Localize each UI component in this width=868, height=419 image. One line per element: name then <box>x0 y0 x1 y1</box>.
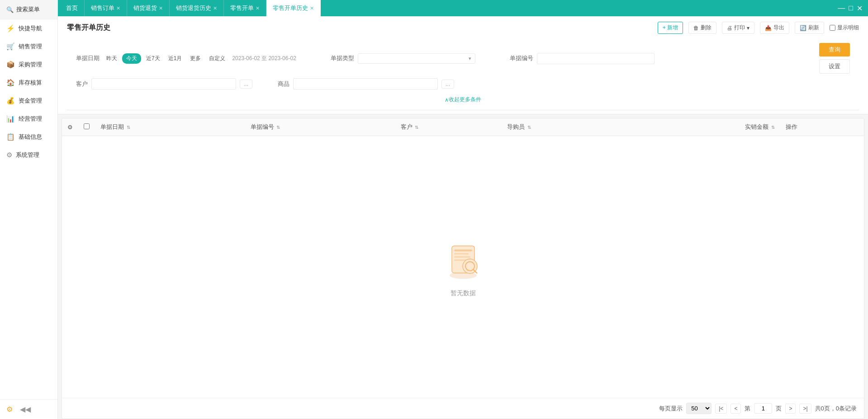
tab-sales-return-history-label: 销货退货历史 <box>176 4 211 12</box>
sidebar-item-operations[interactable]: 📊 经营管理 <box>0 110 57 128</box>
customer-ellipsis[interactable]: ... <box>240 80 252 89</box>
sidebar-item-purchase-mgmt[interactable]: 📦 采购管理 <box>0 56 57 74</box>
tab-retail-open[interactable]: 零售开单 ✕ <box>224 0 266 16</box>
goods-ellipsis[interactable]: ... <box>441 80 454 89</box>
page-input[interactable] <box>754 403 772 414</box>
print-button[interactable]: 🖨 打印 ▾ <box>722 22 754 34</box>
page-last-btn[interactable]: >| <box>799 404 811 414</box>
date-shortcuts: 昨天 今天 近7天 近1月 更多 自定义 2023-06-02 至 2023-0… <box>103 53 296 64</box>
date-today[interactable]: 今天 <box>122 53 141 64</box>
finance-icon: 💰 <box>6 97 15 105</box>
sidebar-item-inventory[interactable]: 🏠 库存核算 <box>0 74 57 92</box>
tab-sales-return[interactable]: 销货退货 ✕ <box>127 0 170 16</box>
filter-settings-button[interactable]: 设置 <box>819 59 850 74</box>
date-custom[interactable]: 自定义 <box>206 53 228 64</box>
tab-retail-history[interactable]: 零售开单历史 ✕ <box>266 0 321 16</box>
filter-row-1: 单据日期 昨天 今天 近7天 近1月 更多 自定义 2023-06-02 至 2… <box>76 43 850 74</box>
print-icon: 🖨 <box>727 25 732 31</box>
delete-button[interactable]: 🗑 删除 <box>688 22 716 34</box>
customer-sort-icon[interactable]: ⇅ <box>415 125 418 130</box>
date-more[interactable]: 更多 <box>187 53 204 64</box>
sidebar-finance-label: 资金管理 <box>19 97 42 105</box>
collapse-conditions[interactable]: ∧ 收起更多条件 <box>76 94 850 105</box>
settings-gear-icon[interactable]: ⚙ <box>6 405 13 414</box>
window-maximize-icon[interactable]: □ <box>849 4 853 12</box>
sidebar-item-quicknav[interactable]: ⚡ 快捷导航 <box>0 19 57 38</box>
tab-sales-return-history-close[interactable]: ✕ <box>213 5 217 11</box>
col-amount: 实销金额 ⇅ <box>630 118 780 136</box>
window-close-icon[interactable]: ✕ <box>857 4 863 13</box>
tab-sales-return-history[interactable]: 销货退货历史 ✕ <box>170 0 224 16</box>
page-suffix: 页 <box>776 405 782 413</box>
sidebar-purchase-label: 采购管理 <box>19 61 42 69</box>
operations-icon: 📊 <box>6 115 15 123</box>
date-last7[interactable]: 近7天 <box>143 53 163 64</box>
filter-area: 单据日期 昨天 今天 近7天 近1月 更多 自定义 2023-06-02 至 2… <box>67 38 859 110</box>
tab-sales-order-close[interactable]: ✕ <box>116 5 120 11</box>
doc-type-dropdown-icon: ▾ <box>469 56 471 61</box>
doc-type-select[interactable]: ▾ <box>358 53 475 64</box>
refresh-button[interactable]: 🔄 刷新 <box>795 22 824 34</box>
delete-icon: 🗑 <box>693 25 699 31</box>
amount-sort-icon[interactable]: ⇅ <box>771 125 775 130</box>
tab-sales-order[interactable]: 销售订单 ✕ <box>85 0 127 16</box>
svg-rect-3 <box>454 253 469 254</box>
sidebar-item-sales-mgmt[interactable]: 🛒 销售管理 <box>0 38 57 56</box>
sidebar-search[interactable]: 🔍 搜索菜单 <box>0 0 57 19</box>
display-detail-checkbox[interactable] <box>830 25 835 31</box>
sidebar-item-sys-mgmt[interactable]: ⚙ 系统管理 <box>0 146 57 164</box>
main-content: 首页 销售订单 ✕ 销货退货 ✕ 销货退货历史 ✕ 零售开单 ✕ 零售开单历史 … <box>58 0 868 419</box>
export-button[interactable]: 📤 导出 <box>760 22 789 34</box>
empty-icon <box>441 237 486 282</box>
sidebar-item-basic-info[interactable]: 📋 基础信息 <box>0 128 57 146</box>
date-last-month[interactable]: 近1月 <box>165 53 185 64</box>
customer-input[interactable] <box>91 78 236 89</box>
page-label: 第 <box>745 405 750 413</box>
collapse-conditions-label: 收起更多条件 <box>449 96 481 104</box>
col-date: 单据日期 ⇅ <box>95 118 245 136</box>
date-yesterday[interactable]: 昨天 <box>103 53 120 64</box>
filter-row-2: 客户 ... 商品 ... <box>76 78 850 89</box>
purchase-icon: 📦 <box>6 61 15 69</box>
tab-sales-return-close[interactable]: ✕ <box>159 5 163 11</box>
guide-sort-icon[interactable]: ⇅ <box>527 125 531 130</box>
date-label: 单据日期 <box>76 54 100 62</box>
data-table: ⚙ 单据日期 ⇅ 单据编号 ⇅ <box>62 118 864 136</box>
col-no: 单据编号 ⇅ <box>245 118 395 136</box>
doc-no-input[interactable] <box>537 53 655 64</box>
sidebar-basic-label: 基础信息 <box>19 133 42 141</box>
toolbar: + 新增 🗑 删除 🖨 打印 ▾ 📤 导出 🔄 <box>658 22 859 34</box>
select-all-checkbox[interactable] <box>84 123 90 129</box>
goods-input[interactable] <box>293 78 438 89</box>
page-first-btn[interactable]: |< <box>715 404 727 414</box>
date-sort-icon[interactable]: ⇅ <box>127 125 130 130</box>
page-size-select[interactable]: 50 100 200 <box>686 403 711 414</box>
doc-type-filter: 单据类型 ▾ <box>331 53 475 64</box>
customer-filter: 客户 ... <box>76 78 252 89</box>
sidebar-search-label: 搜索菜单 <box>16 5 40 14</box>
total-text: 共0页，0条记录 <box>815 405 857 413</box>
col-action: 操作 <box>780 118 864 136</box>
page-content: 零售开单历史 + 新增 🗑 删除 🖨 打印 ▾ 📤 导出 <box>58 16 868 419</box>
sidebar-quicknav-label: 快捷导航 <box>19 24 42 33</box>
empty-state: 暂无数据 <box>62 136 864 398</box>
page-prev-btn[interactable]: < <box>730 404 741 414</box>
date-range-text: 2023-06-02 至 2023-06-02 <box>232 55 296 62</box>
display-detail-toggle[interactable]: 显示明细 <box>830 24 859 32</box>
window-minimize-icon[interactable]: — <box>838 4 845 12</box>
no-sort-icon[interactable]: ⇅ <box>276 125 280 130</box>
action-col: 查询 设置 <box>819 43 850 74</box>
sidebar-item-finance[interactable]: 💰 资金管理 <box>0 92 57 110</box>
tab-retail-open-close[interactable]: ✕ <box>256 5 260 11</box>
col-gear-icon[interactable]: ⚙ <box>67 124 73 131</box>
per-page-label: 每页显示 <box>659 405 683 413</box>
query-button[interactable]: 查询 <box>819 43 850 56</box>
page-title: 零售开单历史 <box>67 23 110 33</box>
col-guide: 导购员 ⇅ <box>502 118 630 136</box>
tab-retail-history-close[interactable]: ✕ <box>310 5 314 11</box>
sidebar-collapse-icon[interactable]: ◀◀ <box>20 405 31 414</box>
add-button[interactable]: + 新增 <box>658 22 683 34</box>
tab-home[interactable]: 首页 <box>60 0 85 16</box>
page-next-btn[interactable]: > <box>785 404 796 414</box>
inventory-icon: 🏠 <box>6 79 15 87</box>
